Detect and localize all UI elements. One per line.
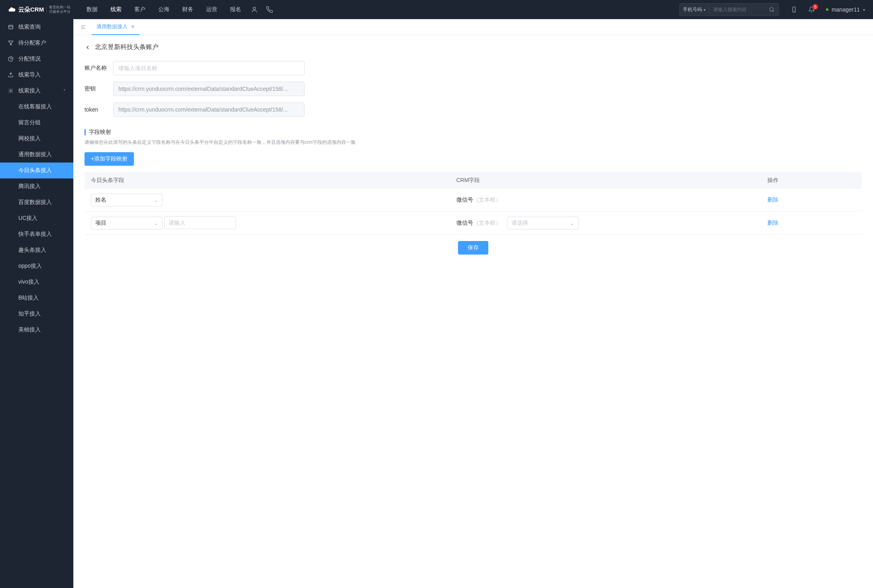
notification-badge: 5: [812, 4, 818, 10]
delete-row-button[interactable]: 删除: [767, 220, 779, 226]
footer-bar: 保存: [85, 235, 862, 261]
sidebar-sub-item[interactable]: B站接入: [0, 290, 73, 306]
search-icon: [769, 7, 775, 12]
sidebar-item[interactable]: 待分配客户: [0, 35, 73, 51]
back-button[interactable]: [85, 44, 91, 51]
filter-icon: [8, 40, 14, 46]
logo: 云朵CRM 教育机构一站 式服务云平台: [8, 5, 71, 14]
save-button[interactable]: 保存: [458, 241, 488, 255]
section-description: 请确保您在此填写的头条自定义字段名称与在今日头条平台中自定义的字段名称一致，并且…: [85, 139, 862, 146]
phone-icon[interactable]: [266, 6, 273, 13]
section-bar-icon: [85, 129, 86, 135]
chevron-left-icon: [85, 44, 91, 51]
logo-subtext: 教育机构一站 式服务云平台: [46, 5, 71, 14]
sidebar-sub-item[interactable]: 网校接入: [0, 131, 73, 147]
form-row-secret: 密钥: [85, 82, 862, 96]
sidebar-sub-item[interactable]: 留言分组: [0, 115, 73, 131]
top-nav-item[interactable]: 报名: [230, 6, 241, 13]
main-content: 通用数据接入 ✕ 北京昱新科技头条账户 账户名称 密钥 token: [73, 19, 873, 588]
user-name: manager11: [832, 6, 860, 13]
top-nav-item[interactable]: 公海: [158, 6, 169, 13]
sidebar-sub-item[interactable]: UC接入: [0, 210, 73, 226]
sidebar-item[interactable]: 分配情况: [0, 51, 73, 67]
sidebar-item[interactable]: 线索导入: [0, 67, 73, 83]
top-nav-icons: [251, 6, 273, 13]
top-nav-item[interactable]: 运营: [206, 6, 217, 13]
user-icon[interactable]: [251, 6, 258, 13]
chevron-down-icon: ▾: [863, 8, 865, 12]
pie-icon: [8, 56, 14, 62]
logo-text: 云朵CRM: [18, 6, 44, 14]
delete-row-button[interactable]: 删除: [767, 196, 779, 203]
crm-field-value: 微信号: [456, 196, 473, 203]
form-row-token: token: [85, 102, 862, 117]
sidebar-item-label: 分配情况: [18, 55, 41, 63]
col-crm-field: CRM字段: [450, 172, 761, 189]
col-toutiao-field: 今日头条字段: [85, 172, 450, 189]
col-action: 操作: [761, 172, 862, 189]
close-icon[interactable]: ✕: [131, 24, 135, 29]
top-nav-item[interactable]: 线索: [110, 6, 122, 13]
table-row: 姓名⌄微信号（文本框）删除: [85, 189, 862, 212]
svg-point-0: [253, 7, 256, 10]
sidebar: 线索查询待分配客户分配情况线索导入线索接入˄在线客服接入留言分组网校接入通用数据…: [0, 19, 73, 588]
list-icon: [8, 24, 14, 30]
sidebar-sub-item[interactable]: 在线客服接入: [0, 99, 73, 115]
cloud-icon: [8, 6, 16, 14]
sidebar-sub-item[interactable]: vivo接入: [0, 274, 73, 290]
search-type-select[interactable]: 手机号码 ▾: [680, 4, 709, 16]
search-input[interactable]: [709, 7, 765, 12]
menu-icon: [81, 24, 86, 30]
svg-point-8: [10, 90, 12, 92]
sidebar-item-label: 线索接入: [18, 87, 41, 94]
sidebar-sub-item[interactable]: 腾讯接入: [0, 178, 73, 194]
secret-input[interactable]: [113, 82, 305, 96]
chevron-down-icon: ⌄: [153, 220, 158, 226]
top-nav-item[interactable]: 客户: [134, 6, 146, 13]
mapping-table: 今日头条字段 CRM字段 操作 姓名⌄微信号（文本框）删除项目⌄ 微信号（文本框…: [85, 172, 862, 235]
top-nav-item[interactable]: 财务: [182, 6, 193, 13]
sidebar-sub-item[interactable]: 快手表单接入: [0, 226, 73, 242]
sidebar-item-label: 待分配客户: [18, 39, 46, 47]
svg-rect-4: [9, 25, 13, 29]
collapse-sidebar-button[interactable]: [78, 24, 88, 30]
sidebar-sub-item[interactable]: 今日头条接入: [0, 163, 73, 178]
top-nav: 数据线索客户公海财务运营报名: [87, 6, 241, 13]
extra-value-input[interactable]: [164, 216, 236, 229]
sidebar-sub-item[interactable]: 通用数据接入: [0, 147, 73, 163]
crm-option-select[interactable]: 请选择⌄: [507, 217, 579, 229]
token-input[interactable]: [113, 102, 305, 117]
sidebar-sub-item[interactable]: 趣头条接入: [0, 242, 73, 258]
user-menu[interactable]: manager11 ▾: [826, 6, 865, 13]
sidebar-item-label: 线索导入: [18, 71, 41, 78]
chevron-down-icon: ⌄: [570, 220, 574, 226]
sidebar-item-label: 线索查询: [18, 24, 41, 31]
sidebar-sub-item[interactable]: 美柚接入: [0, 322, 73, 338]
mobile-icon[interactable]: [791, 6, 797, 13]
bell-icon[interactable]: 5: [808, 6, 815, 13]
add-field-mapping-button[interactable]: +添加字段映射: [85, 152, 134, 166]
search-group: 手机号码 ▾: [679, 3, 779, 16]
chevron-down-icon: ⌄: [153, 197, 158, 203]
account-label: 账户名称: [85, 65, 113, 72]
account-name-input[interactable]: [113, 61, 305, 75]
tabs-bar: 通用数据接入 ✕: [73, 19, 873, 35]
sidebar-item[interactable]: 线索接入˄: [0, 83, 73, 99]
sidebar-sub-item[interactable]: 知乎接入: [0, 306, 73, 322]
toutiao-field-select[interactable]: 姓名⌄: [91, 194, 163, 206]
sidebar-item[interactable]: 线索查询: [0, 19, 73, 35]
tab-general-data-access[interactable]: 通用数据接入 ✕: [92, 19, 140, 35]
svg-rect-2: [793, 7, 796, 12]
section-title-text: 字段映射: [89, 129, 111, 136]
chevron-down-icon: ▾: [704, 8, 706, 12]
content-area: 北京昱新科技头条账户 账户名称 密钥 token 字段映射 请确保您在此填写的头…: [73, 35, 873, 588]
status-dot-icon: [826, 8, 828, 11]
top-nav-item[interactable]: 数据: [87, 6, 98, 13]
svg-point-1: [770, 8, 773, 11]
page-title-row: 北京昱新科技头条账户: [85, 43, 862, 51]
search-button[interactable]: [765, 7, 779, 12]
header-right-icons: 5: [791, 6, 815, 13]
sidebar-sub-item[interactable]: oppo接入: [0, 258, 73, 274]
toutiao-field-select[interactable]: 项目⌄: [91, 217, 163, 229]
sidebar-sub-item[interactable]: 百度数据接入: [0, 194, 73, 210]
